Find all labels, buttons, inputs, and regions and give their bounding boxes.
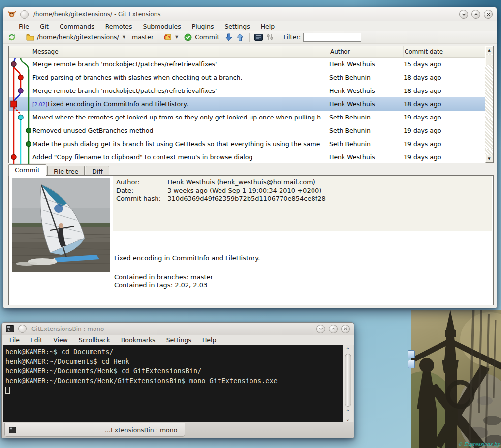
- menu-edit[interactable]: Edit: [25, 335, 48, 345]
- console-icon: [254, 34, 263, 41]
- commit-row[interactable]: Merge remote branch 'mockobject/patches/…: [9, 84, 493, 97]
- close-icon: [343, 326, 348, 331]
- current-branch[interactable]: master: [132, 33, 154, 41]
- file-icon: [408, 350, 415, 358]
- terminal-console[interactable]: henk@KAMER:~$ cd Documents/ henk@KAMER:~…: [3, 345, 353, 423]
- arrow-down-icon: [225, 33, 232, 41]
- commit-check-icon: [184, 33, 192, 41]
- desktop-icon[interactable]: [408, 350, 415, 369]
- menu-help[interactable]: Help: [197, 335, 222, 345]
- push-button[interactable]: [236, 33, 245, 42]
- menu-commands[interactable]: Commands: [54, 21, 100, 31]
- scroll-up-button[interactable]: ▲: [485, 46, 493, 54]
- chevron-down-icon: [461, 12, 467, 17]
- commit-message: Fixed encoding in CommitInfo and FileHis…: [114, 254, 260, 262]
- author-label: Author:: [116, 179, 165, 187]
- commit-history-list: Message Author Commit date Merge remote …: [8, 46, 494, 163]
- refresh-button[interactable]: [7, 33, 16, 42]
- close-icon: [486, 12, 491, 17]
- git-toolbar: /home/henk/gitextensions/ ▼ master ▼ Com…: [3, 31, 497, 44]
- branch-button[interactable]: [163, 33, 172, 42]
- pull-button[interactable]: [224, 33, 233, 42]
- commit-row[interactable]: Removed unused GetBranches method Seth B…: [9, 124, 493, 137]
- commit-button[interactable]: [184, 33, 192, 42]
- menu-file[interactable]: File: [13, 21, 34, 31]
- tab-commit[interactable]: Commit: [8, 164, 46, 176]
- menu-remotes[interactable]: Remotes: [100, 21, 138, 31]
- minimize-button[interactable]: [459, 10, 468, 19]
- git-window-title: /home/henk/gitextensions/ - Git Extensio…: [33, 11, 160, 18]
- menu-file[interactable]: File: [4, 335, 25, 345]
- commit-row[interactable]: Added "Copy filename to clipboard" to co…: [9, 150, 493, 164]
- branch-dropdown-caret-icon[interactable]: ▼: [175, 35, 178, 39]
- window-menu-button[interactable]: [18, 325, 27, 333]
- hash-line: Commit hash: 310d6369d49f62359b72b5d1106…: [113, 195, 492, 203]
- date-line: Date: 3 weeks ago (Wed Sep 1 19:00:34 20…: [113, 187, 492, 195]
- scroll-up-button[interactable]: ⌃: [343, 345, 353, 353]
- menu-plugins[interactable]: Plugins: [187, 21, 219, 31]
- file-icon: [408, 360, 415, 368]
- menu-settings[interactable]: Settings: [219, 21, 255, 31]
- git-menubar: File Git Commands Remotes Submodules Plu…: [3, 21, 497, 31]
- menu-settings[interactable]: Settings: [161, 335, 197, 345]
- menu-scrollback[interactable]: Scrollback: [73, 335, 116, 345]
- commit-row[interactable]: Made the push dialog get its branch list…: [9, 137, 493, 150]
- close-button[interactable]: [484, 10, 493, 19]
- terminal-titlebar[interactable]: GitExtensionsBin : mono: [2, 323, 354, 335]
- repo-dropdown-caret-icon[interactable]: ▼: [123, 35, 125, 39]
- toolbar-separator: [158, 33, 158, 42]
- branch-icon: [163, 33, 172, 41]
- tag-badge: [2.02]: [32, 102, 47, 107]
- commit-row[interactable]: Fixed parsing of branches with slashes w…: [9, 71, 493, 84]
- commit-row[interactable]: Merge remote branch 'mockobject/patches/…: [9, 58, 493, 71]
- terminal-output: henk@KAMER:~$ cd Documents/ henk@KAMER:~…: [3, 345, 343, 423]
- menu-git[interactable]: Git: [34, 21, 54, 31]
- toolbar-separator: [249, 33, 250, 42]
- filter-input[interactable]: [303, 33, 361, 42]
- menu-view[interactable]: View: [48, 335, 73, 345]
- konsole-window: GitExtensionsBin : mono File Edit View S…: [1, 322, 354, 438]
- maximize-button[interactable]: [329, 325, 338, 333]
- menu-bookmarks[interactable]: Bookmarks: [116, 335, 161, 345]
- desktop-wallpaper-fence-photo: © Expressions by: [411, 310, 501, 448]
- commit-button-label[interactable]: Commit: [195, 33, 219, 41]
- commit-row-selected[interactable]: [2.02]Fixed encoding in CommitInfo and F…: [9, 97, 493, 111]
- author-column-header[interactable]: Author: [329, 46, 404, 57]
- scrollbar-thumb[interactable]: [485, 55, 493, 65]
- terminal-scrollbar[interactable]: ⌃ ⌃ ⌄: [343, 345, 353, 423]
- menu-submodules[interactable]: Submodules: [138, 21, 187, 31]
- message-column-header[interactable]: Message: [31, 46, 329, 57]
- toolbar-separator: [21, 33, 21, 42]
- scroll-up-button[interactable]: ⌃: [343, 407, 353, 415]
- working-dir-button[interactable]: [26, 33, 34, 42]
- contained-branches: Contained in branches: master: [114, 273, 213, 281]
- git-bash-button[interactable]: [254, 33, 263, 42]
- commit-list-scrollbar[interactable]: ▲ ▼: [485, 46, 493, 163]
- konsole-icon: [9, 427, 16, 433]
- graph-column-header[interactable]: [9, 46, 31, 57]
- scroll-down-button[interactable]: ▼: [485, 155, 493, 163]
- close-button[interactable]: [341, 325, 350, 333]
- date-column-header[interactable]: Commit date: [404, 46, 477, 57]
- author-value: Henk Westhuis (henk_westhuis@hotmail.com…: [167, 179, 315, 186]
- scrollbar-thumb[interactable]: [345, 354, 351, 407]
- menu-help[interactable]: Help: [255, 21, 281, 31]
- commit-row[interactable]: Moved where the remotes get looked up fr…: [9, 111, 493, 124]
- chevron-up-icon: [473, 12, 479, 17]
- contained-tags: Contained in tags: 2.02, 2.03: [114, 281, 213, 289]
- commit-info-box: Author: Henk Westhuis (henk_westhuis@hot…: [113, 176, 492, 231]
- window-menu-button[interactable]: [20, 10, 29, 19]
- arrow-up-icon: [237, 33, 244, 41]
- terminal-tab[interactable]: ...ExtensionsBin : mono: [4, 423, 185, 437]
- konsole-icon: [6, 325, 14, 332]
- git-window-titlebar[interactable]: /home/henk/gitextensions/ - Git Extensio…: [3, 7, 497, 21]
- fence-photo-graphic: [411, 310, 501, 448]
- hash-value: 310d6369d49f62359b72b5d1106770e854ce8f28: [167, 195, 326, 202]
- settings-button[interactable]: [265, 33, 274, 42]
- maximize-button[interactable]: [471, 10, 480, 19]
- toolbar-separator: [279, 33, 279, 42]
- minimize-button[interactable]: [316, 325, 325, 333]
- tab-file-tree[interactable]: File tree: [47, 166, 85, 176]
- tab-diff[interactable]: Diff: [86, 166, 109, 176]
- repo-path[interactable]: /home/henk/gitextensions/: [37, 33, 119, 41]
